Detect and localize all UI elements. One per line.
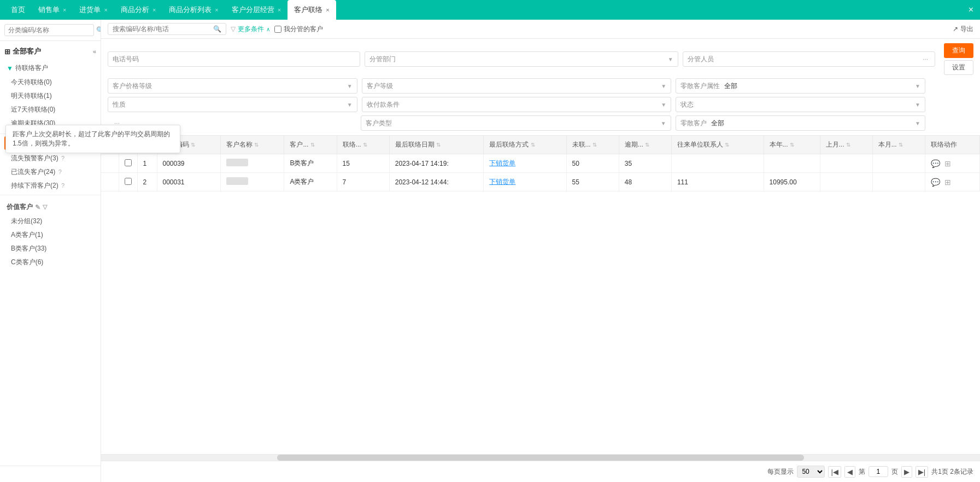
td-unit-contact-2: 111 xyxy=(671,173,764,191)
close-customer-tier-tab[interactable]: × xyxy=(278,7,281,13)
td-unit-contact-1 xyxy=(671,154,764,173)
row2-checkbox[interactable] xyxy=(125,178,132,185)
sidebar-search-icon[interactable]: 🔍 xyxy=(96,26,101,34)
filter-scatter-attr[interactable]: 零散客户属性 全部 ▼ xyxy=(676,78,925,94)
sort-method-icon[interactable]: ⇅ xyxy=(531,142,535,148)
sort-this-year-icon[interactable]: ⇅ xyxy=(790,142,794,148)
td-this-year-1 xyxy=(764,154,820,173)
export-btn[interactable]: ↗ 导出 xyxy=(953,25,973,34)
filter-phone[interactable]: 电话号码 xyxy=(108,51,360,67)
td-this-year-2: 10995.00 xyxy=(764,173,820,191)
sort-name-icon[interactable]: ⇅ xyxy=(254,142,259,148)
filter-nature[interactable]: 性质 ▼ xyxy=(108,97,357,112)
grid-action-icon-1[interactable]: ⊞ xyxy=(944,159,951,168)
nav-home[interactable]: 首页 xyxy=(4,0,32,20)
th-unit-contact: 往来单位联系人 ⇅ xyxy=(671,136,764,154)
close-analysis-tab[interactable]: × xyxy=(152,7,156,13)
close-purchase-tab[interactable]: × xyxy=(104,7,107,13)
td-contact-1: 15 xyxy=(337,154,389,173)
sidebar-item-declining[interactable]: 持续下滑客户(2) ? xyxy=(0,179,101,193)
sort-overdue-icon[interactable]: ⇅ xyxy=(645,142,649,148)
sidebar-divider-2 xyxy=(0,195,101,195)
sidebar: 🔍 ⊞ 全部客户 « ▼ 待联络客户 今天待联络(0) 明天待联络(1) xyxy=(0,20,101,482)
sidebar-item-a-class[interactable]: A类客户(1) xyxy=(0,228,101,242)
td-last-method-2[interactable]: 下销货单 xyxy=(484,173,566,191)
grid-action-icon-2[interactable]: ⊞ xyxy=(944,178,951,187)
settings-button[interactable]: 设置 xyxy=(944,60,973,75)
filter-price-level[interactable]: 客户价格等级 ▼ xyxy=(108,78,357,94)
filter-icon[interactable]: ▽ xyxy=(43,204,47,211)
sort-code-icon[interactable]: ⇅ xyxy=(191,142,195,148)
per-page-select[interactable]: 50 100 200 xyxy=(797,466,825,478)
filter-phone-input[interactable] xyxy=(141,55,355,63)
sidebar-item-loss-warning[interactable]: 流失预警客户(3) ? xyxy=(0,152,101,165)
filter-customer-level[interactable]: 客户等级 ▼ xyxy=(362,78,671,94)
sidebar-item-lost[interactable]: 已流失客户(24) ? xyxy=(0,165,101,179)
action-btns: 查询 设置 xyxy=(944,43,973,75)
nav-sales[interactable]: 销售单 × xyxy=(32,0,73,20)
filter-customer-type[interactable]: 客户类型 ▼ xyxy=(361,115,671,131)
manager-dots[interactable]: ··· xyxy=(920,55,930,63)
horizontal-scrollbar[interactable] xyxy=(101,454,980,461)
content-area: 🔍 ▽ 更多条件 ∧ 我分管的客户 ↗ 导出 电话号码 xyxy=(101,20,980,482)
sort-last-month-icon[interactable]: ⇅ xyxy=(846,142,850,148)
filter-status[interactable]: 状态 ▼ xyxy=(676,97,925,112)
sidebar-group-pending-title[interactable]: ▼ 待联络客户 xyxy=(0,61,101,76)
edit-icon[interactable]: ✎ xyxy=(35,204,40,211)
sort-type-icon[interactable]: ⇅ xyxy=(310,142,315,148)
close-sales-tab[interactable]: × xyxy=(63,7,66,13)
table-area: ⚙ 客户编码 ⇅ 客户名称 ⇅ xyxy=(101,136,980,454)
sort-unit-contact-icon[interactable]: ⇅ xyxy=(725,142,729,148)
sidebar-all-customers[interactable]: ⊞ 全部客户 « xyxy=(0,43,101,60)
nav-analysis-list[interactable]: 商品分析列表 × xyxy=(162,0,225,20)
td-last-method-1[interactable]: 下销货单 xyxy=(484,154,566,173)
action-icons-1: 💬 ⊞ xyxy=(931,159,974,168)
my-customers-filter[interactable]: 我分管的客户 xyxy=(274,25,323,34)
close-all-tabs[interactable]: × xyxy=(969,5,973,15)
sort-contact-icon[interactable]: ⇅ xyxy=(363,142,367,148)
prev-page-btn[interactable]: ◀ xyxy=(844,466,855,478)
chat-icon-1[interactable]: 💬 xyxy=(931,159,940,168)
filter-manager[interactable]: 分管人员 ··· xyxy=(683,51,935,67)
close-customer-contact-tab[interactable]: × xyxy=(326,7,329,13)
nav-customer-contact[interactable]: 客户联络 × xyxy=(287,0,336,20)
next-page-btn[interactable]: ▶ xyxy=(901,466,912,478)
row1-checkbox[interactable] xyxy=(125,159,132,166)
th-this-month: 本月... ⇅ xyxy=(872,136,925,154)
close-analysis-list-tab[interactable]: × xyxy=(215,7,218,13)
nav-customer-tier[interactable]: 客户分层经营 × xyxy=(225,0,287,20)
sidebar-item-tomorrow[interactable]: 明天待联络(1) xyxy=(0,89,101,103)
grid-icon: ⊞ xyxy=(4,48,10,56)
filter-payment[interactable]: 收付款条件 ▼ xyxy=(362,97,671,112)
sidebar-item-ungroup[interactable]: 未分组(32) xyxy=(0,214,101,228)
sidebar-item-today[interactable]: 今天待联络(0) xyxy=(0,76,101,89)
search-icon[interactable]: 🔍 xyxy=(213,25,221,33)
last-page-btn[interactable]: ▶| xyxy=(916,466,928,478)
collapse-icon[interactable]: « xyxy=(93,48,96,55)
th-this-year: 本年... ⇅ xyxy=(764,136,820,154)
my-customers-checkbox[interactable] xyxy=(274,26,281,33)
horizontal-scroll-thumb[interactable] xyxy=(277,455,805,461)
nav-analysis[interactable]: 商品分析 × xyxy=(114,0,162,20)
sidebar-search-input[interactable] xyxy=(4,24,94,36)
sidebar-item-c-class[interactable]: C类客户(6) xyxy=(0,255,101,269)
query-button[interactable]: 查询 xyxy=(944,43,973,58)
td-this-month-2 xyxy=(872,173,925,191)
sort-this-month-icon[interactable]: ⇅ xyxy=(899,142,903,148)
sort-uncontacted-icon[interactable]: ⇅ xyxy=(592,142,597,148)
page-input[interactable] xyxy=(868,466,888,477)
sidebar-value-title[interactable]: 价值客户 ✎ ▽ xyxy=(0,200,101,214)
search-input[interactable] xyxy=(113,25,211,33)
filter-dept[interactable]: 分管部门 ▼ xyxy=(365,51,678,67)
tooltip-box: 距客户上次交易时长，超过了此客户的平均交易周期的1.5倍，则视为异常。 xyxy=(5,125,180,153)
more-conditions-btn[interactable]: ▽ 更多条件 ∧ xyxy=(231,25,270,34)
sort-date-icon[interactable]: ⇅ xyxy=(436,142,441,148)
nav-purchase[interactable]: 进货单 × xyxy=(73,0,114,20)
sidebar-item-7days[interactable]: 近7天待联络(0) xyxy=(0,103,101,117)
sidebar-item-b-class[interactable]: B类客户(33) xyxy=(0,242,101,255)
table-header-row: ⚙ 客户编码 ⇅ 客户名称 ⇅ xyxy=(101,136,980,154)
filter-scatter-customer[interactable]: 零散客户 全部 ▼ xyxy=(676,115,925,131)
td-uncontacted-1: 50 xyxy=(566,154,619,173)
chat-icon-2[interactable]: 💬 xyxy=(931,178,940,187)
first-page-btn[interactable]: |◀ xyxy=(828,466,841,478)
